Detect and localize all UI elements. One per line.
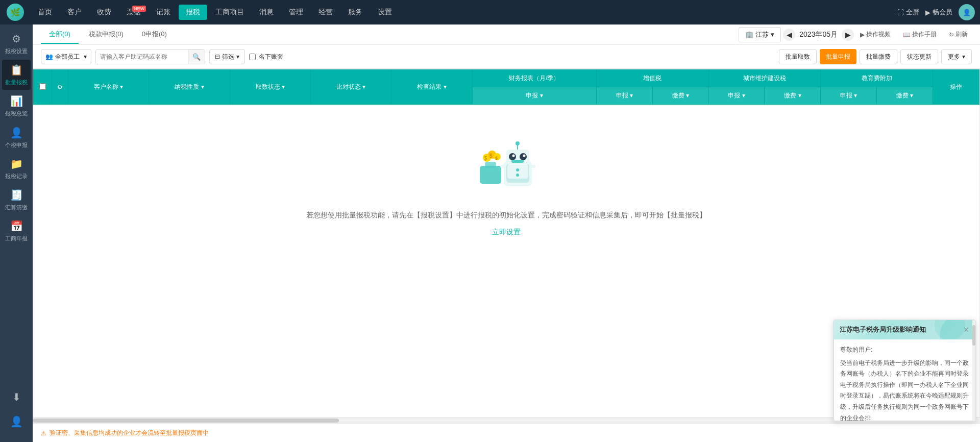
svg-rect-1 (485, 162, 496, 168)
bottom-bar: ⚠ 验证密、采集信息均成功的企业才会流转至批量报税页面中 (33, 424, 980, 442)
filter-icon-urban-pay: ▾ (798, 92, 801, 99)
top-nav-right: ⛶ 全屏 ▶ 畅会员 👤 (897, 4, 975, 20)
sidebar-label-batch-tax: 批量报税 (5, 79, 28, 85)
region-chevron-icon: ▾ (771, 31, 774, 38)
th-vat-declare: 申报 ▾ (596, 87, 652, 105)
th-edu-declare: 申报 ▾ (821, 87, 877, 105)
nav-business[interactable]: 工商项目 (208, 5, 251, 20)
refresh-button[interactable]: ↻ 刷新 (945, 28, 972, 41)
svg-rect-18 (500, 165, 505, 168)
search-input[interactable] (96, 50, 188, 64)
more-chevron-icon: ▾ (962, 53, 965, 60)
nav-operation[interactable]: 经营 (311, 5, 340, 20)
tab-zero-declare[interactable]: 0申报(0) (134, 26, 175, 44)
svg-point-14 (523, 155, 526, 157)
batch-fetch-button[interactable]: 批量取数 (779, 49, 817, 64)
status-update-button[interactable]: 状态更新 (900, 49, 938, 64)
horizontal-scroll-thumb[interactable] (33, 419, 339, 423)
fullscreen-button[interactable]: ⛶ 全屏 (897, 8, 919, 17)
sidebar-item-tax-settings[interactable]: ⚙ 报税设置 (2, 29, 31, 59)
nav-management[interactable]: 管理 (282, 5, 310, 20)
filter-icon-tax-type: ▾ (201, 83, 204, 90)
th-edu-pay: 缴费 ▾ (877, 87, 933, 105)
app-logo[interactable]: 🌿 (5, 2, 26, 22)
more-button[interactable]: 更多 ▾ (941, 49, 972, 64)
batch-declare-button[interactable]: 批量申报 (820, 49, 856, 64)
region-icon: 🏢 (745, 31, 753, 38)
svg-text:$: $ (489, 153, 493, 159)
filter-icon-customer: ▾ (120, 83, 123, 90)
video-button[interactable]: ▶ 操作视频 (856, 28, 895, 41)
select-all-checkbox[interactable] (39, 83, 46, 90)
personal-tax-icon: 👤 (4, 127, 29, 139)
user-icon: 👤 (4, 415, 29, 428)
filter-icon-vat-declare: ▾ (630, 92, 633, 99)
filter-icon-edu-declare: ▾ (854, 92, 857, 99)
empty-row: $ $ $ (34, 105, 979, 268)
member-icon: ▶ (925, 9, 930, 16)
nav-tax[interactable]: 报税 (179, 5, 207, 20)
sidebar-item-download[interactable]: ⬇ (2, 387, 31, 409)
sidebar-item-settlement[interactable]: 🧾 汇算清缴 (2, 185, 31, 215)
th-education-surcharge: 教育费附加 (821, 70, 933, 87)
filter-icon-check: ▾ (444, 83, 447, 90)
th-operation: 操作 (933, 70, 979, 105)
manual-icon: 📖 (903, 31, 911, 38)
next-month-button[interactable]: ▶ (842, 29, 854, 41)
prev-month-button[interactable]: ◀ (783, 29, 795, 41)
sidebar-item-tax-overview[interactable]: 📊 报税总览 (2, 91, 31, 121)
nav-invoice[interactable]: 票据 NEW (119, 5, 148, 20)
nav-home[interactable]: 首页 (31, 5, 59, 20)
th-urban-declare: 申报 ▾ (708, 87, 765, 105)
sidebar-item-annual-report[interactable]: 📅 工商年报 (2, 216, 31, 246)
sidebar-bottom: ⬇ 👤 (2, 387, 31, 438)
sidebar-item-tax-records[interactable]: 📁 报税记录 (2, 154, 31, 184)
robot-illustration: $ $ $ (476, 135, 537, 197)
toolbar: 👥 全部员工 ▾ 🔍 ⊟ 筛选 ▾ 名下账套 批量取数 (33, 45, 980, 69)
svg-text:$: $ (495, 156, 498, 161)
th-compare-status: 比对状态 ▾ (311, 70, 391, 105)
th-financial-report: 财务报表（月/季） (472, 70, 596, 87)
sidebar-item-batch-tax[interactable]: 📋 批量报税 (2, 60, 31, 90)
tab-all[interactable]: 全部(0) (41, 26, 79, 44)
batch-pay-button[interactable]: 批量缴费 (860, 49, 897, 64)
search-box: 🔍 (95, 49, 205, 64)
nav-message[interactable]: 消息 (252, 5, 281, 20)
member-button[interactable]: ▶ 畅会员 (925, 8, 952, 17)
search-button[interactable]: 🔍 (188, 50, 205, 64)
filter-icon-vat-pay: ▾ (686, 92, 689, 99)
region-selector[interactable]: 🏢 江苏 ▾ (739, 27, 781, 42)
search-icon: 🔍 (192, 53, 201, 61)
user-avatar[interactable]: 👤 (959, 4, 975, 20)
svg-point-16 (516, 141, 520, 145)
annual-report-icon: 📅 (4, 220, 29, 232)
filter-icon-compare: ▾ (362, 83, 365, 90)
funnel-icon: ⊟ (215, 53, 220, 60)
sidebar-item-user[interactable]: 👤 (2, 411, 31, 434)
nav-bookkeeping[interactable]: 记账 (149, 5, 178, 20)
filter-button[interactable]: ⊟ 筛选 ▾ (209, 49, 245, 64)
sub-account-checkbox[interactable] (249, 54, 256, 60)
checkbox-row[interactable]: 名下账套 (249, 53, 283, 61)
filter-icon-report: ▾ (540, 92, 543, 99)
month-navigation: ◀ 2023年05月 ▶ (783, 29, 854, 41)
nav-customer[interactable]: 客户 (60, 5, 89, 20)
manual-button[interactable]: 📖 操作手册 (899, 28, 941, 41)
toolbar-right: 批量取数 批量申报 批量缴费 状态更新 更多 ▾ (779, 49, 972, 64)
nav-service[interactable]: 服务 (341, 5, 370, 20)
employee-filter[interactable]: 👥 全部员工 ▾ (41, 49, 91, 64)
region-text: 江苏 (755, 30, 769, 39)
sidebar: ⚙ 报税设置 📋 批量报税 📊 报税总览 👤 个税申报 📁 报税记录 🧾 汇算清… (0, 24, 33, 442)
nav-settings[interactable]: 设置 (371, 5, 399, 20)
nav-billing[interactable]: 收费 (90, 5, 118, 20)
sidebar-item-personal-tax[interactable]: 👤 个税申报 (2, 122, 31, 153)
setup-link[interactable]: 立即设置 (492, 228, 521, 237)
empty-text: 若您想使用批量报税功能，请先在【报税设置】中进行报税的初始化设置，完成密码验证和… (306, 209, 706, 222)
th-settings: ⚙ (52, 70, 68, 105)
svg-rect-0 (480, 166, 501, 184)
svg-point-22 (516, 174, 519, 177)
tab-actions: ▶ 操作视频 📖 操作手册 ↻ 刷新 (856, 28, 972, 41)
logo-icon: 🌿 (7, 4, 24, 21)
tab-tax-declare[interactable]: 税款申报(0) (81, 26, 132, 44)
empty-state: $ $ $ (34, 105, 979, 267)
